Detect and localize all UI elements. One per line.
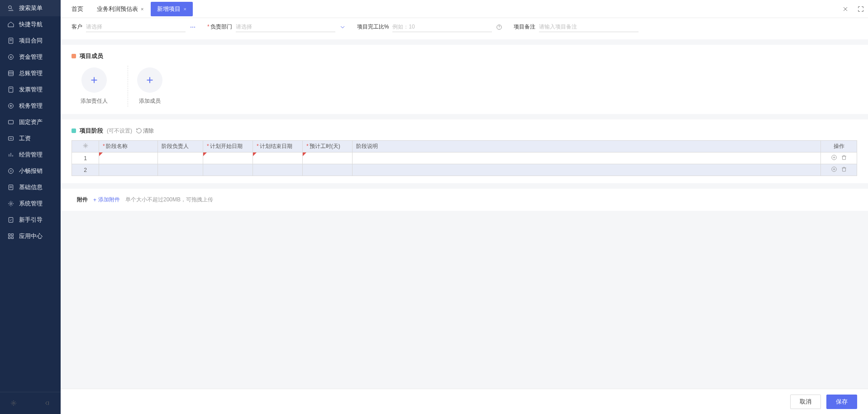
fullscreen-icon[interactable] <box>854 2 868 16</box>
department-input[interactable] <box>236 22 335 32</box>
tab-label: 业务利润预估表 <box>97 5 138 13</box>
svg-rect-53 <box>842 168 845 171</box>
system-icon <box>7 200 14 207</box>
main: 首页 业务利润预估表 × 新增项目 × 客户 <box>61 0 868 414</box>
cell-desc[interactable] <box>353 152 821 164</box>
panel-title: 项目阶段 <box>80 127 103 135</box>
svg-point-0 <box>9 6 12 9</box>
svg-rect-28 <box>9 237 10 238</box>
svg-rect-27 <box>11 234 13 236</box>
field-remark: 项目备注 <box>514 22 639 32</box>
settings-icon[interactable] <box>6 396 21 410</box>
field-label: 项目完工比% <box>357 23 389 31</box>
add-member-card: 添加成员 <box>128 66 172 107</box>
svg-rect-11 <box>9 87 13 92</box>
sidebar-item-label: 税务管理 <box>19 102 43 110</box>
chart-icon <box>7 151 14 158</box>
sidebar-item-ledger[interactable]: 总账管理 <box>0 65 61 81</box>
phase-table: *阶段名称 阶段负责人 *计划开始日期 *计划结束日期 *预计工时(天) 阶段说… <box>72 140 857 176</box>
cell-name[interactable] <box>99 152 158 164</box>
svg-point-34 <box>191 27 191 28</box>
collapse-icon[interactable] <box>40 396 54 410</box>
col-owner: 阶段负责人 <box>158 141 203 152</box>
sidebar-item-tax[interactable]: 税务管理 <box>0 98 61 114</box>
sidebar-item-search-menu[interactable]: 搜索菜单 <box>0 0 61 16</box>
sidebar-item-invoice[interactable]: 发票管理 <box>0 81 61 98</box>
clear-icon <box>136 128 142 134</box>
cancel-button[interactable]: 取消 <box>790 395 821 409</box>
clear-button[interactable]: 清除 <box>136 127 154 135</box>
customer-input[interactable] <box>86 22 186 32</box>
help-icon[interactable] <box>496 24 503 31</box>
cell-start[interactable] <box>203 164 253 176</box>
panel-members: 项目成员 添加责任人 添加成员 <box>61 45 868 114</box>
apps-icon <box>7 233 14 240</box>
sidebar-item-label: 工资 <box>19 134 31 143</box>
guide-icon <box>7 216 14 224</box>
delete-row-icon[interactable] <box>841 154 847 161</box>
cell-end[interactable] <box>253 152 303 164</box>
add-row-icon[interactable] <box>831 166 837 172</box>
svg-rect-47 <box>842 156 845 160</box>
col-settings[interactable] <box>72 141 99 152</box>
svg-rect-14 <box>9 120 14 124</box>
sidebar-item-label: 新手引导 <box>19 216 43 224</box>
close-icon[interactable]: × <box>183 6 186 12</box>
svg-rect-21 <box>9 185 13 190</box>
save-button[interactable]: 保存 <box>826 395 857 409</box>
cell-desc[interactable] <box>353 164 821 176</box>
cell-hours[interactable] <box>303 152 353 164</box>
salary-icon <box>7 135 14 142</box>
section-marker-icon <box>72 54 76 58</box>
sidebar-item-fund[interactable]: ¥ 资金管理 <box>0 49 61 65</box>
more-icon[interactable] <box>189 24 196 31</box>
sidebar-item-business[interactable]: 经营管理 <box>0 147 61 163</box>
col-start: *计划开始日期 <box>203 141 253 152</box>
sidebar-item-system[interactable]: 系统管理 <box>0 195 61 212</box>
add-owner-card: 添加责任人 <box>72 66 117 107</box>
cell-owner[interactable] <box>158 152 203 164</box>
sidebar-item-expense[interactable]: 小畅报销 <box>0 163 61 179</box>
add-row-icon[interactable] <box>831 154 837 161</box>
sidebar-item-app-center[interactable]: 应用中心 <box>0 228 61 244</box>
add-owner-button[interactable] <box>81 67 107 93</box>
tab-home[interactable]: 首页 <box>65 2 90 16</box>
sidebar-item-fixed-asset[interactable]: 固定资产 <box>0 114 61 130</box>
sidebar-item-label: 总账管理 <box>19 69 43 77</box>
cell-start[interactable] <box>203 152 253 164</box>
remark-input[interactable] <box>539 22 639 32</box>
sidebar-item-newbie[interactable]: 新手引导 <box>0 212 61 228</box>
progress-input[interactable] <box>392 22 492 32</box>
sidebar-item-salary[interactable]: 工资 <box>0 130 61 147</box>
sidebar: 搜索菜单 快捷导航 项目合同 ¥ 资金管理 总账管理 发票管理 <box>0 0 61 414</box>
tab-profit-estimate[interactable]: 业务利润预估表 × <box>91 2 150 16</box>
search-list-icon <box>7 5 14 12</box>
field-label: *负责部门 <box>207 23 232 31</box>
sidebar-item-label: 项目合同 <box>19 37 43 45</box>
gear-icon <box>82 143 89 149</box>
add-attachment-button[interactable]: + 添加附件 <box>93 196 120 204</box>
add-member-button[interactable] <box>137 67 162 93</box>
panel-title: 附件 <box>77 196 88 204</box>
form-row: 客户 *负责部门 项目完工比% 项目备注 <box>61 18 868 39</box>
close-panel-icon[interactable] <box>838 2 853 16</box>
close-icon[interactable]: × <box>141 6 143 12</box>
sidebar-item-basic-info[interactable]: 基础信息 <box>0 179 61 195</box>
delete-row-icon[interactable] <box>841 166 847 172</box>
ledger-icon <box>7 70 14 77</box>
expense-icon <box>7 167 14 175</box>
cell-name[interactable] <box>99 164 158 176</box>
cell-owner[interactable] <box>158 164 203 176</box>
chevron-down-icon[interactable] <box>339 24 346 31</box>
tab-new-project[interactable]: 新增项目 × <box>151 2 192 16</box>
content-scroll[interactable]: 客户 *负责部门 项目完工比% 项目备注 <box>61 18 868 414</box>
sidebar-item-quick-nav[interactable]: 快捷导航 <box>0 16 61 33</box>
section-marker-icon <box>72 128 76 133</box>
cell-end[interactable] <box>253 164 303 176</box>
sidebar-item-label: 发票管理 <box>19 86 43 94</box>
field-label: 项目备注 <box>514 23 535 31</box>
sidebar-item-label: 基础信息 <box>19 183 43 191</box>
home-icon <box>7 21 14 28</box>
sidebar-item-project-contract[interactable]: 项目合同 <box>0 33 61 49</box>
cell-hours[interactable] <box>303 164 353 176</box>
